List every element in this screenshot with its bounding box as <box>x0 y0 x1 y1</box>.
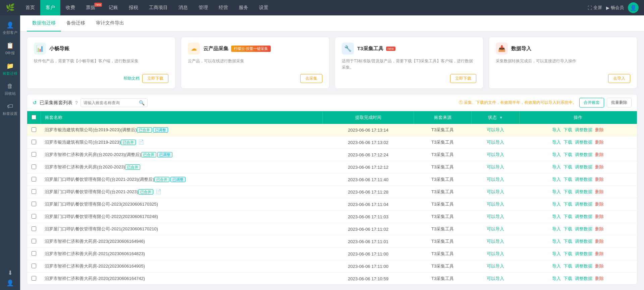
sidebar-item-all-clients[interactable]: 👤 全部客户 <box>0 18 20 39</box>
action-下载[interactable]: 下载 <box>564 226 572 231</box>
row-checkbox[interactable] <box>32 202 36 206</box>
action-调整数据[interactable]: 调整数据 <box>575 152 592 157</box>
nav-management[interactable]: 管理 <box>193 0 213 15</box>
nav-home[interactable]: 首页 <box>20 0 40 15</box>
action-调整数据[interactable]: 调整数据 <box>575 226 592 231</box>
nav-invoice[interactable]: 票据new <box>80 0 103 15</box>
action-导入[interactable]: 导入 <box>552 177 561 182</box>
action-删除[interactable]: 删除 <box>595 140 604 145</box>
action-下载[interactable]: 下载 <box>564 189 572 194</box>
action-删除[interactable]: 删除 <box>595 251 604 256</box>
file-icon[interactable]: 📄 <box>156 189 161 194</box>
action-调整数据[interactable]: 调整数据 <box>575 251 592 256</box>
action-调整数据[interactable]: 调整数据 <box>575 214 592 219</box>
action-删除[interactable]: 删除 <box>595 152 604 157</box>
download-icon[interactable]: ⬇ <box>8 269 13 277</box>
action-导入[interactable]: 导入 <box>552 239 561 244</box>
action-导入[interactable]: 导入 <box>552 164 561 169</box>
action-删除[interactable]: 删除 <box>595 214 604 219</box>
action-调整数据[interactable]: 调整数据 <box>575 127 592 132</box>
file-icon[interactable]: 📄 <box>138 139 144 145</box>
action-删除[interactable]: 删除 <box>595 264 604 269</box>
action-导入[interactable]: 导入 <box>552 214 561 219</box>
action-调整数据[interactable]: 调整数据 <box>575 140 592 145</box>
action-删除[interactable]: 删除 <box>595 226 604 231</box>
nav-service[interactable]: 服务 <box>233 0 254 15</box>
row-checkbox[interactable] <box>32 127 36 132</box>
action-删除[interactable]: 删除 <box>595 127 604 132</box>
action-调整数据[interactable]: 调整数据 <box>575 264 592 269</box>
sidebar-item-trash[interactable]: 🗑 回收站 <box>0 79 20 99</box>
nav-settings[interactable]: 设置 <box>254 0 274 15</box>
tab-data-migrate[interactable]: 数据包迁移 <box>27 15 61 31</box>
nav-industry[interactable]: 工商项目 <box>144 0 173 15</box>
nav-operations[interactable]: 经营 <box>213 0 233 15</box>
action-调整数据[interactable]: 调整数据 <box>575 177 592 182</box>
batch-delete-button[interactable]: 批量删除 <box>607 98 632 107</box>
action-导入[interactable]: 导入 <box>552 152 561 157</box>
merge-accounts-button[interactable]: 合并账套 <box>579 98 604 107</box>
t3-tool-download-btn[interactable]: 立即下载 <box>450 74 476 83</box>
action-删除[interactable]: 删除 <box>595 202 604 207</box>
action-调整数据[interactable]: 调整数据 <box>575 276 592 281</box>
action-导入[interactable]: 导入 <box>552 189 561 194</box>
sidebar-item-label-settings[interactable]: 🏷 标签设置 <box>0 99 20 120</box>
search-input[interactable] <box>84 100 137 105</box>
data-import-btn[interactable]: 去导入 <box>608 74 630 83</box>
sidebar-item-zero-report[interactable]: 📋 0申报 <box>0 39 20 59</box>
action-下载[interactable]: 下载 <box>564 239 572 244</box>
action-删除[interactable]: 删除 <box>595 276 604 281</box>
avatar[interactable]: 👤 <box>628 2 639 13</box>
action-下载[interactable]: 下载 <box>564 214 572 219</box>
xiao-chang-download-btn[interactable]: 立即下载 <box>142 74 168 83</box>
action-导入[interactable]: 导入 <box>552 251 561 256</box>
nav-tax[interactable]: 报税 <box>123 0 144 15</box>
tab-audit-export[interactable]: 审计文件导出 <box>91 15 129 31</box>
nav-fee[interactable]: 收费 <box>60 0 80 15</box>
help-icon[interactable]: ? <box>75 100 78 105</box>
row-checkbox[interactable] <box>32 177 36 182</box>
action-导入[interactable]: 导入 <box>552 140 561 145</box>
sidebar-item-account-migrate[interactable]: 📁 账套迁移 <box>0 59 20 79</box>
action-调整数据[interactable]: 调整数据 <box>575 202 592 207</box>
cloud-collect-btn[interactable]: 去采集 <box>300 74 322 83</box>
nav-bookkeeping[interactable]: 记账 <box>103 0 123 15</box>
row-checkbox[interactable] <box>32 264 36 268</box>
action-导入[interactable]: 导入 <box>552 276 561 281</box>
action-导入[interactable]: 导入 <box>552 264 561 269</box>
action-下载[interactable]: 下载 <box>564 164 572 169</box>
row-checkbox[interactable] <box>32 251 36 256</box>
nav-customer[interactable]: 客户 <box>40 0 60 15</box>
action-调整数据[interactable]: 调整数据 <box>575 239 592 244</box>
member-button[interactable]: ▶ 畅会员 <box>606 5 624 11</box>
col-status[interactable]: 状态 ▼ <box>471 111 519 124</box>
action-下载[interactable]: 下载 <box>564 202 572 207</box>
action-调整数据[interactable]: 调整数据 <box>575 189 592 194</box>
nav-message[interactable]: 消息 <box>173 0 193 15</box>
action-调整数据[interactable]: 调整数据 <box>575 164 592 169</box>
user-circle-icon[interactable]: 👤 <box>6 279 14 287</box>
action-导入[interactable]: 导入 <box>552 127 561 132</box>
fullscreen-button[interactable]: ⛶ 全屏 <box>588 5 602 11</box>
row-checkbox[interactable] <box>32 189 36 194</box>
tab-backup-migrate[interactable]: 备份迁移 <box>61 15 91 31</box>
action-删除[interactable]: 删除 <box>595 164 604 169</box>
action-下载[interactable]: 下载 <box>564 127 572 132</box>
refresh-icon[interactable]: ↺ <box>33 100 37 106</box>
search-button[interactable]: 🔍 <box>139 100 145 105</box>
row-checkbox[interactable] <box>32 276 36 281</box>
action-删除[interactable]: 删除 <box>595 177 604 182</box>
row-checkbox[interactable] <box>32 152 36 157</box>
row-checkbox[interactable] <box>32 164 36 169</box>
action-下载[interactable]: 下载 <box>564 264 572 269</box>
action-下载[interactable]: 下载 <box>564 276 572 281</box>
action-下载[interactable]: 下载 <box>564 140 572 145</box>
row-checkbox[interactable] <box>32 239 36 243</box>
row-checkbox[interactable] <box>32 226 36 231</box>
row-checkbox[interactable] <box>32 140 36 144</box>
select-all-checkbox[interactable] <box>32 115 36 120</box>
action-下载[interactable]: 下载 <box>564 251 572 256</box>
xiao-chang-help-link[interactable]: 帮助文档 <box>123 74 140 83</box>
row-checkbox[interactable] <box>32 214 36 219</box>
action-删除[interactable]: 删除 <box>595 189 604 194</box>
